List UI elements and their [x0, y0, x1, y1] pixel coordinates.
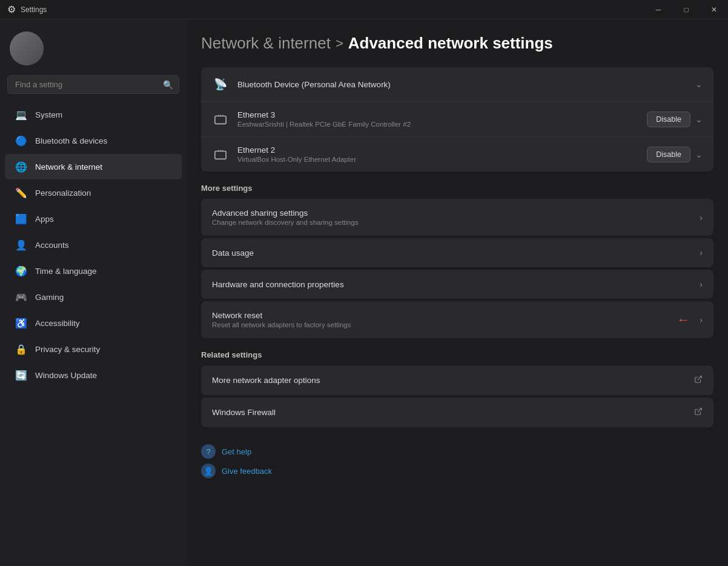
sidebar-item-privacy[interactable]: 🔒 Privacy & security [5, 336, 182, 362]
avatar-inner [10, 32, 44, 65]
adapter-row-ethernet2: Ethernet 2 VirtualBox Host-Only Ethernet… [201, 137, 713, 171]
network-reset-title: Network reset [212, 311, 351, 320]
settings-icon: ⚙ [7, 4, 16, 15]
hardware-properties-row[interactable]: Hardware and connection properties › [201, 270, 713, 299]
sidebar-item-system[interactable]: 💻 System [5, 102, 182, 127]
advanced-sharing-row[interactable]: Advanced sharing settings Change network… [201, 199, 713, 236]
get-help-link[interactable]: ? Get help [201, 444, 713, 459]
minimize-button[interactable]: ─ [644, 0, 672, 19]
search-input[interactable] [7, 75, 179, 94]
windows-firewall-external-icon [694, 407, 703, 418]
adapter-ethernet2-icon [212, 146, 229, 163]
advanced-sharing-left: Advanced sharing settings Change network… [212, 208, 359, 226]
adapter-ethernet2-name: Ethernet 2 [237, 145, 638, 155]
sidebar-item-gaming[interactable]: 🎮 Gaming [5, 284, 182, 310]
get-help-label: Get help [222, 447, 251, 456]
network-icon: 🌐 [15, 160, 28, 173]
advanced-sharing-chevron: › [700, 213, 703, 222]
privacy-icon: 🔒 [15, 342, 28, 356]
network-reset-row[interactable]: Network reset Reset all network adapters… [201, 301, 713, 338]
network-reset-chevron: › [700, 315, 703, 325]
titlebar-title: Settings [21, 5, 47, 14]
give-feedback-label: Give feedback [222, 467, 272, 476]
sidebar-item-update[interactable]: 🔄 Windows Update [5, 362, 182, 388]
data-usage-title: Data usage [212, 248, 254, 258]
red-arrow-icon: ← [677, 312, 690, 328]
get-help-icon: ? [201, 444, 216, 459]
hardware-properties-chevron: › [700, 279, 703, 289]
adapter-bluetooth-name: Bluetooth Device (Personal Area Network) [237, 80, 687, 89]
disable-ethernet2-button[interactable]: Disable [647, 147, 690, 162]
adapter-bluetooth-text: Bluetooth Device (Personal Area Network) [237, 80, 687, 89]
give-feedback-link[interactable]: 👤 Give feedback [201, 464, 713, 478]
windows-firewall-row[interactable]: Windows Firewall [201, 398, 713, 427]
sidebar-nav: 💻 System 🔵 Bluetooth & devices 🌐 Network… [0, 99, 187, 566]
adapter-options-row[interactable]: More network adapter options [201, 365, 713, 395]
search-icon: 🔍 [163, 80, 173, 90]
sidebar-item-label: Accessibility [35, 319, 80, 328]
adapter-ethernet3-name: Ethernet 3 [237, 110, 638, 119]
breadcrumb-separator: > [336, 36, 343, 52]
expand-ethernet3-icon[interactable]: ⌄ [695, 115, 703, 124]
sidebar-item-label: Accounts [35, 241, 69, 250]
sidebar-item-personalization[interactable]: ✏️ Personalization [5, 180, 182, 205]
related-settings-label: Related settings [201, 350, 713, 359]
sidebar-item-accessibility[interactable]: ♿ Accessibility [5, 310, 182, 336]
network-reset-left: Network reset Reset all network adapters… [212, 311, 351, 328]
disable-ethernet3-button[interactable]: Disable [647, 112, 690, 127]
maximize-button[interactable]: □ [672, 0, 700, 19]
main-content: Network & internet > Advanced network se… [187, 19, 728, 566]
sidebar-item-label: Network & internet [35, 162, 102, 171]
sidebar-item-apps[interactable]: 🟦 Apps [5, 206, 182, 231]
svg-line-2 [698, 376, 701, 380]
expand-bluetooth-icon[interactable]: ⌄ [695, 79, 703, 89]
titlebar-left: ⚙ Settings [7, 4, 47, 15]
sidebar-item-label: System [35, 110, 62, 119]
adapter-ethernet2-sub: VirtualBox Host-Only Ethernet Adapter [237, 156, 638, 163]
adapter-row-bluetooth: 📡 Bluetooth Device (Personal Area Networ… [201, 67, 713, 102]
page-title: Advanced network settings [348, 34, 553, 53]
data-usage-row[interactable]: Data usage › [201, 238, 713, 267]
hardware-properties-title: Hardware and connection properties [212, 280, 344, 289]
gaming-icon: 🎮 [15, 290, 28, 304]
data-usage-chevron: › [700, 248, 703, 258]
app-container: 🔍 💻 System 🔵 Bluetooth & devices 🌐 Netwo… [0, 19, 728, 566]
svg-line-3 [698, 408, 701, 412]
update-icon: 🔄 [15, 368, 28, 382]
adapter-bluetooth-actions: ⌄ [695, 79, 703, 89]
adapter-ethernet2-actions: Disable ⌄ [647, 147, 703, 162]
personalization-icon: ✏️ [15, 186, 28, 199]
sidebar-profile [0, 19, 187, 75]
red-arrow-indicator: ← [677, 312, 692, 328]
apps-icon: 🟦 [15, 212, 28, 225]
close-button[interactable]: ✕ [700, 0, 728, 19]
sidebar-item-label: Windows Update [35, 371, 97, 380]
expand-ethernet2-icon[interactable]: ⌄ [695, 150, 703, 159]
adapter-ethernet3-actions: Disable ⌄ [647, 112, 703, 127]
svg-rect-1 [215, 151, 226, 159]
sidebar-item-label: Time & language [35, 267, 97, 276]
hardware-properties-left: Hardware and connection properties [212, 280, 344, 289]
search-box: 🔍 [7, 75, 179, 94]
avatar [10, 32, 44, 65]
sidebar-item-time[interactable]: 🌍 Time & language [5, 258, 182, 284]
sidebar-item-label: Gaming [35, 293, 64, 302]
adapters-card: 📡 Bluetooth Device (Personal Area Networ… [201, 67, 713, 171]
sidebar-item-accounts[interactable]: 👤 Accounts [5, 232, 182, 258]
advanced-sharing-title: Advanced sharing settings [212, 208, 359, 218]
titlebar-controls: ─ □ ✕ [644, 0, 728, 19]
adapter-bluetooth-icon: 📡 [212, 76, 229, 93]
time-icon: 🌍 [15, 264, 28, 278]
advanced-sharing-sub: Change network discovery and sharing set… [212, 219, 359, 226]
adapter-ethernet2-text: Ethernet 2 VirtualBox Host-Only Ethernet… [237, 145, 638, 163]
sidebar-item-bluetooth[interactable]: 🔵 Bluetooth & devices [5, 128, 182, 153]
system-icon: 💻 [15, 108, 28, 121]
breadcrumb: Network & internet > Advanced network se… [201, 34, 713, 53]
page-header: Network & internet > Advanced network se… [201, 19, 713, 67]
breadcrumb-parent: Network & internet [201, 34, 331, 53]
adapter-row-ethernet3: Ethernet 3 EeshwarSrishti | Realtek PCIe… [201, 102, 713, 137]
svg-rect-0 [215, 116, 226, 124]
sidebar-item-label: Personalization [35, 188, 91, 198]
adapter-ethernet3-text: Ethernet 3 EeshwarSrishti | Realtek PCIe… [237, 110, 638, 128]
sidebar-item-network[interactable]: 🌐 Network & internet [5, 154, 182, 179]
